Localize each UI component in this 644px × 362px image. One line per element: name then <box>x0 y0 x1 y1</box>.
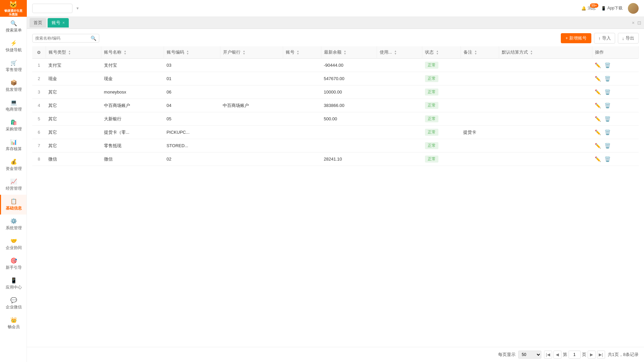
inventory-icon: 📊 <box>10 139 17 145</box>
row-actions: ✏️ 🗑️ <box>592 59 638 72</box>
row-code: PICKUPC... <box>164 126 220 139</box>
row-status: 正常 <box>422 126 461 139</box>
sidebar: 🐱 畅捷通好生意乐惠版 🔍 搜索菜单 ⚡ 快捷导航 🛒 零售管理 📦 批发管理 … <box>0 0 27 362</box>
delete-button[interactable]: 🗑️ <box>604 103 611 108</box>
sidebar-item-purchase-mgmt[interactable]: 🛍️ 采购管理 <box>0 116 26 135</box>
sidebar-item-retail-mgmt[interactable]: 🛒 零售管理 <box>0 56 26 76</box>
status-badge: 正常 <box>425 156 438 163</box>
row-settlement <box>499 85 592 99</box>
sidebar-item-inventory-calc[interactable]: 📊 库存核算 <box>0 135 26 155</box>
tab-bar-actions: × ⊡ <box>632 20 641 25</box>
edit-button[interactable]: ✏️ <box>595 89 601 95</box>
delete-button[interactable]: 🗑️ <box>604 76 611 81</box>
sidebar-item-enterprise-wechat[interactable]: 💬 企业微信 <box>0 294 26 313</box>
prev-page-button[interactable]: ◀ <box>553 351 561 359</box>
sidebar-item-enterprise-agreement[interactable]: 🤝 企业协同 <box>0 234 26 254</box>
edit-button[interactable]: ✏️ <box>595 62 601 68</box>
row-index: 4 <box>32 99 46 112</box>
sidebar-item-operations-mgmt[interactable]: 📈 经营管理 <box>0 175 26 195</box>
enterprise-wechat-icon: 💬 <box>10 297 17 303</box>
app-download-button[interactable]: 📱 App下载 <box>601 5 623 11</box>
sidebar-item-wholesale-mgmt[interactable]: 📦 批发管理 <box>0 76 26 96</box>
col-account[interactable]: 账号 ▲▼ <box>283 46 321 59</box>
row-remark: 提货卡 <box>461 126 499 139</box>
tab-accounts-label: 账号 <box>52 20 60 26</box>
tab-accounts[interactable]: 账号 × <box>48 18 69 27</box>
sidebar-item-app-center[interactable]: 📱 应用中心 <box>0 274 26 294</box>
col-name[interactable]: 账号名称 ▲▼ <box>101 46 164 59</box>
row-code: STORED... <box>164 139 220 153</box>
col-balance[interactable]: 最新余额 ▲▼ <box>321 46 377 59</box>
row-type: 微信 <box>46 153 101 166</box>
col-code[interactable]: 账号编码 ▲▼ <box>164 46 220 59</box>
next-page-button[interactable]: ▶ <box>588 351 596 359</box>
last-page-button[interactable]: ▶| <box>597 351 605 359</box>
delete-button[interactable]: 🗑️ <box>604 156 611 162</box>
row-status: 正常 <box>422 112 461 126</box>
export-button[interactable]: ↓ 导出 <box>618 33 639 44</box>
col-settlement[interactable]: 默认结算方式 ▲▼ <box>499 46 592 59</box>
tab-close-window-icon[interactable]: × <box>632 20 635 25</box>
delete-button[interactable]: 🗑️ <box>604 143 611 148</box>
tab-home-label: 首页 <box>34 20 42 26</box>
edit-button[interactable]: ✏️ <box>595 143 601 148</box>
avatar-image <box>628 3 639 14</box>
search-box[interactable]: 🔍 <box>32 34 99 43</box>
sidebar-item-quick-nav[interactable]: ⚡ 快捷导航 <box>0 37 26 56</box>
add-account-label: + 新增账号 <box>566 35 587 41</box>
messages-button[interactable]: 🔔 消息 99+ <box>581 5 596 11</box>
top-search-dropdown[interactable]: ▾ <box>76 6 79 11</box>
current-page-input[interactable] <box>569 351 581 359</box>
search-input[interactable] <box>35 36 89 41</box>
first-page-button[interactable]: |◀ <box>544 351 552 359</box>
row-remark <box>461 72 499 85</box>
table-row: 8 微信 微信 02 28241.10 正常 ✏️ 🗑️ <box>32 153 639 166</box>
sidebar-item-system-mgmt[interactable]: ⚙️ 系统管理 <box>0 215 26 234</box>
edit-button[interactable]: ✏️ <box>595 116 601 122</box>
sidebar-item-member[interactable]: 👑 畅会员 <box>0 313 26 333</box>
col-usage[interactable]: 使用... ▲▼ <box>377 46 422 59</box>
status-badge: 正常 <box>425 88 438 96</box>
newbie-icon: 🎯 <box>10 257 17 264</box>
row-index: 7 <box>32 139 46 153</box>
pagination-nav: |◀ ◀ 第 页 ▶ ▶| <box>544 351 605 359</box>
sidebar-item-capital-mgmt[interactable]: 💰 资金管理 <box>0 155 26 175</box>
row-remark <box>461 59 499 72</box>
row-settlement <box>499 126 592 139</box>
sidebar-item-basic-info[interactable]: 📋 基础信息 <box>0 195 26 215</box>
col-remark[interactable]: 备注 ▲▼ <box>461 46 499 59</box>
logo-icon: 🐱 <box>9 0 17 8</box>
col-bank[interactable]: 开户银行 ▲▼ <box>220 46 283 59</box>
status-badge: 正常 <box>425 102 438 109</box>
row-type: 其它 <box>46 126 101 139</box>
add-account-button[interactable]: + 新增账号 <box>561 33 591 43</box>
edit-button[interactable]: ✏️ <box>595 129 601 135</box>
col-status[interactable]: 状态 ▲▼ <box>422 46 461 59</box>
col-type[interactable]: 账号类型 ▲▼ <box>46 46 101 59</box>
sidebar-item-newbie-guide[interactable]: 🎯 新手引导 <box>0 254 26 274</box>
edit-button[interactable]: ✏️ <box>595 76 601 81</box>
user-avatar[interactable] <box>628 3 639 14</box>
top-search-input[interactable] <box>32 4 72 13</box>
per-page-select[interactable]: 50 20 100 <box>518 351 541 359</box>
status-badge: 正常 <box>425 62 438 69</box>
row-index: 5 <box>32 112 46 126</box>
delete-button[interactable]: 🗑️ <box>604 89 611 95</box>
table-wrapper: ⚙ 账号类型 ▲▼ 账号名称 ▲▼ 账号编码 ▲▼ <box>27 46 644 347</box>
sidebar-item-ecommerce-mgmt[interactable]: 💻 电商管理 <box>0 96 26 116</box>
sort-arrows-type: ▲▼ <box>68 50 71 55</box>
delete-button[interactable]: 🗑️ <box>604 62 611 68</box>
edit-button[interactable]: ✏️ <box>595 156 601 162</box>
col-settings[interactable]: ⚙ <box>32 46 46 59</box>
sidebar-item-search-menu[interactable]: 🔍 搜索菜单 <box>0 17 26 37</box>
tab-home[interactable]: 首页 <box>30 18 46 27</box>
delete-button[interactable]: 🗑️ <box>604 129 611 135</box>
tab-close-icon[interactable]: × <box>62 20 65 25</box>
row-account <box>283 153 321 166</box>
delete-button[interactable]: 🗑️ <box>604 116 611 122</box>
row-status: 正常 <box>422 85 461 99</box>
row-code: 01 <box>164 72 220 85</box>
import-button[interactable]: ↑ 导入 <box>594 33 615 44</box>
tab-maximize-icon[interactable]: ⊡ <box>637 20 641 25</box>
edit-button[interactable]: ✏️ <box>595 103 601 108</box>
